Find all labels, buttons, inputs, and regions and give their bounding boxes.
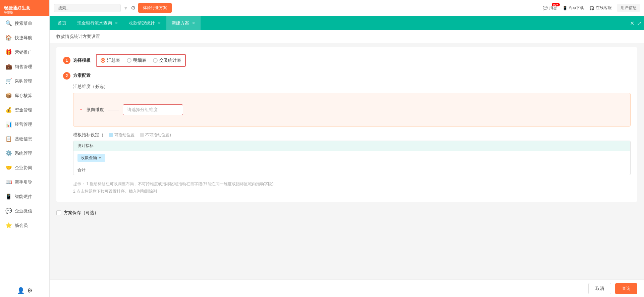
sidebar-item-quicknav[interactable]: 🏠 快捷导航 xyxy=(0,31,49,45)
tab-collection-stats-label: 收款情况统计 xyxy=(129,20,155,26)
dimension-row: * 纵向维度 —— 请选择分组维度 xyxy=(80,104,183,115)
home-icon: 🏠 xyxy=(5,35,12,41)
service-btn[interactable]: 🎧 在线客服 xyxy=(589,5,612,11)
cancel-button[interactable]: 取消 xyxy=(588,283,611,294)
main-card: 1 选择模板 汇总表 明细表 交叉统计表 xyxy=(56,47,637,202)
sidebar-item-finance[interactable]: 💰 资金管理 xyxy=(0,103,49,117)
gear-icon[interactable]: ⚙ xyxy=(131,5,136,11)
tip2-text: 2.点击标题栏下拉可设置排序、插入列和删除列 xyxy=(73,189,157,194)
required-star: * xyxy=(80,107,82,112)
tip-prefix: 提示： xyxy=(73,182,85,186)
tab-collection-stats[interactable]: 收款情况统计 ✕ xyxy=(123,16,166,30)
step2-content: 汇总维度（必选） * 纵向维度 —— 请选择分组维度 模板指标设定（ xyxy=(73,84,631,195)
tip-area: 提示： 1.拖动标题栏可以调整布局，不可跨维度或指标区域拖动栏目字段(只能在同一… xyxy=(73,181,631,195)
purchase-icon: 🛒 xyxy=(5,78,12,84)
sidebar-item-member[interactable]: ⭐ 畅会员 xyxy=(0,218,49,233)
user-info[interactable]: 用户信息 xyxy=(617,4,640,12)
step1-label: 选择模板 xyxy=(73,57,91,63)
sidebar-item-operation[interactable]: 📊 经营管理 xyxy=(0,117,49,132)
message-btn[interactable]: 💬 消息 99+ xyxy=(543,5,557,11)
tab-home[interactable]: 首页 xyxy=(52,16,72,30)
sidebar-item-enterprise[interactable]: 🤝 企业协同 xyxy=(0,160,49,175)
radio-detail-label: 明细表 xyxy=(133,57,146,63)
sidebar-item-label: 畅会员 xyxy=(15,222,28,229)
tab-maximize-icon[interactable]: ⤢ xyxy=(637,20,641,27)
tab-collection-stats-close[interactable]: ✕ xyxy=(158,21,161,26)
sidebar-item-wechat[interactable]: 💬 企业微信 xyxy=(0,204,49,218)
metrics-section: 模板指标设定（ 可拖动位置 不可拖动位置） 统计指标 xyxy=(73,132,631,175)
save-checkbox[interactable] xyxy=(56,210,61,215)
vertical-dim-label: 纵向维度 xyxy=(87,107,104,113)
metrics-header-row: 统计指标 xyxy=(73,141,630,151)
service-icon: 🎧 xyxy=(589,6,594,10)
breadcrumb: 收款情况统计方案设置 xyxy=(56,34,100,39)
movable-dot xyxy=(109,133,113,137)
metric-cell-row: 收款金额 ▼ xyxy=(73,151,630,165)
save-section: 方案保存（可选） xyxy=(50,206,644,220)
metrics-table: 统计指标 收款金额 ▼ 合计 xyxy=(73,141,631,175)
radio-detail-dot xyxy=(127,58,131,63)
industry-button[interactable]: 体验行业方案 xyxy=(138,3,172,13)
search-dropdown-icon[interactable]: ▼ xyxy=(123,5,128,11)
sidebar-item-sales[interactable]: 💼 销售管理 xyxy=(0,59,49,74)
download-label: App下载 xyxy=(569,5,584,11)
query-button[interactable]: 查询 xyxy=(615,283,637,294)
radio-summary-label: 汇总表 xyxy=(107,57,120,63)
system-icon: ⚙️ xyxy=(5,150,12,156)
sidebar-item-system[interactable]: ⚙️ 系统管理 xyxy=(0,146,49,160)
sidebar-item-purchase[interactable]: 🛒 采购管理 xyxy=(0,74,49,88)
step2-circle: 2 xyxy=(63,72,70,80)
message-icon: 💬 xyxy=(543,6,548,10)
radio-cross[interactable]: 交叉统计表 xyxy=(153,57,181,63)
radio-detail[interactable]: 明细表 xyxy=(127,57,146,63)
radio-cross-dot xyxy=(153,58,158,63)
sidebar-item-basic[interactable]: 📋 基础信息 xyxy=(0,132,49,146)
sidebar-item-guide[interactable]: 📖 新手引导 xyxy=(0,175,49,189)
marketing-icon: 🎁 xyxy=(5,49,12,55)
immovable-label: 不可拖动位置） xyxy=(145,132,173,138)
radio-summary[interactable]: 汇总表 xyxy=(101,57,120,63)
download-btn[interactable]: 📱 App下载 xyxy=(562,5,584,11)
sidebar-item-label: 企业微信 xyxy=(15,208,32,214)
sidebar-item-search[interactable]: 🔍 搜索菜单 xyxy=(0,16,49,31)
metric-dropdown-icon: ▼ xyxy=(98,156,102,160)
tip-title: 提示： 1.拖动标题栏可以调整布局，不可跨维度或指标区域拖动栏目字段(只能在同一… xyxy=(73,181,631,188)
sidebar-item-label: 智能硬件 xyxy=(15,194,32,200)
step2-label: 方案配置 xyxy=(73,72,91,79)
sidebar-item-hardware[interactable]: 📱 智能硬件 xyxy=(0,189,49,204)
tab-new-plan-close[interactable]: ✕ xyxy=(192,21,195,26)
sales-icon: 💼 xyxy=(5,63,12,70)
tip2-row: 2.点击标题栏下拉可设置排序、插入列和删除列 xyxy=(73,188,631,195)
search-input[interactable] xyxy=(54,4,121,12)
sidebar-item-label: 采购管理 xyxy=(15,78,32,84)
tab-cash-flow[interactable]: 现金银行流水查询 ✕ xyxy=(72,16,123,30)
version-label: 标准版 xyxy=(4,10,13,15)
hardware-icon: 📱 xyxy=(5,193,12,200)
sidebar-item-label: 新手引导 xyxy=(15,179,32,185)
template-radio-group: 汇总表 明细表 交叉统计表 xyxy=(96,54,186,67)
download-icon: 📱 xyxy=(562,6,568,10)
enterprise-icon: 🤝 xyxy=(5,164,12,171)
sidebar-settings-icon[interactable]: ⚙ xyxy=(27,287,33,294)
inventory-icon: 📦 xyxy=(5,92,12,99)
sidebar: 畅捷通好生意 标准版 🔍 搜索菜单 🏠 快捷导航 🎁 营销推广 💼 销售管理 🛒… xyxy=(0,0,50,297)
sidebar-item-label: 企业协同 xyxy=(15,165,32,171)
metric-cell-amount[interactable]: 收款金额 ▼ xyxy=(77,154,105,162)
tab-new-plan[interactable]: 新建方案 ✕ xyxy=(166,16,201,30)
message-badge: 99+ xyxy=(552,3,559,6)
guide-icon: 📖 xyxy=(5,179,12,185)
sidebar-item-marketing[interactable]: 🎁 营销推广 xyxy=(0,45,49,59)
group-dimension-select[interactable]: 请选择分组维度 xyxy=(123,104,183,115)
tab-bar-right: ✕ ⤢ xyxy=(630,20,641,27)
step2-row: 2 方案配置 xyxy=(63,72,631,80)
immovable-dot xyxy=(140,133,144,137)
tab-minimize-icon[interactable]: ✕ xyxy=(630,20,634,27)
metric-name: 收款金额 xyxy=(81,155,97,161)
operation-icon: 📊 xyxy=(5,121,12,128)
metrics-header: 模板指标设定（ 可拖动位置 不可拖动位置） xyxy=(73,132,631,138)
tab-cash-flow-close[interactable]: ✕ xyxy=(115,21,118,26)
page-header: 收款情况统计方案设置 xyxy=(50,30,644,43)
sidebar-item-inventory[interactable]: 📦 库存核算 xyxy=(0,88,49,103)
sidebar-user-icon[interactable]: 👤 xyxy=(17,287,24,294)
sidebar-item-label: 营销推广 xyxy=(15,49,32,55)
